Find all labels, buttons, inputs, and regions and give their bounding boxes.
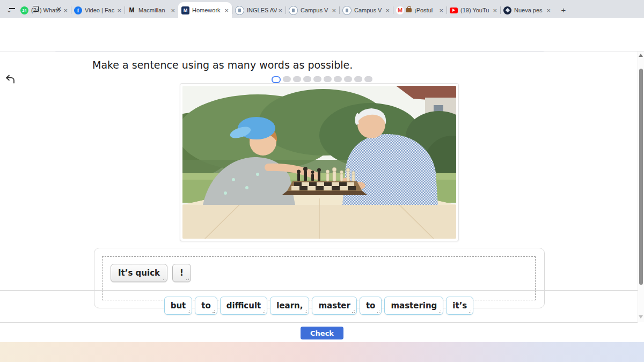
campus-crest-icon	[289, 6, 298, 15]
check-button[interactable]: Check	[301, 327, 343, 339]
exercise-top-bar	[0, 35, 644, 51]
tab-close-icon[interactable]: ×	[385, 6, 390, 14]
tab-title: Nueva pes	[514, 7, 545, 13]
tab-homework-active[interactable]: M Homework ×	[178, 2, 232, 18]
new-tab-button[interactable]: +	[558, 4, 569, 15]
tab-title: Campus V	[354, 7, 384, 13]
drag-grip-icon	[304, 310, 307, 313]
tile-label: learn,	[276, 301, 303, 311]
tab-nueva[interactable]: Nueva pes ×	[500, 2, 554, 18]
word-tile[interactable]: to	[360, 297, 382, 315]
word-tile[interactable]: difficult	[220, 297, 268, 315]
chip-label: It’s quick	[118, 268, 160, 278]
drag-grip-icon	[438, 310, 441, 313]
shield-icon	[503, 6, 511, 14]
drag-grip-icon	[186, 277, 189, 280]
progress-pill[interactable]	[324, 76, 332, 82]
tab-close-icon[interactable]: ×	[278, 6, 282, 14]
tab-ingles[interactable]: INGLES AV ×	[232, 2, 286, 18]
tab-macmillan[interactable]: M Macmillan ×	[125, 2, 178, 18]
tile-label: to	[201, 301, 210, 311]
tab-close-icon[interactable]: ×	[439, 6, 443, 14]
placed-word-chip[interactable]: It’s quick	[111, 264, 167, 282]
tab-campus-1[interactable]: Campus V ×	[286, 2, 339, 18]
word-tile[interactable]: it’s	[446, 297, 473, 315]
chip-label: !	[180, 268, 184, 278]
word-tile-tray: but to difficult learn, master to master…	[0, 297, 638, 315]
tile-label: master	[318, 301, 350, 311]
progress-pill[interactable]	[364, 76, 372, 82]
scrollbar-up-icon[interactable]	[639, 54, 643, 57]
tab-close-icon[interactable]: ×	[171, 6, 175, 14]
chess-photo	[182, 86, 456, 239]
word-tile[interactable]: master	[312, 297, 356, 315]
tile-label: mastering	[391, 301, 437, 311]
drag-grip-icon	[469, 310, 471, 313]
tab-title: Campus V	[301, 7, 331, 13]
progress-pill[interactable]	[303, 76, 311, 82]
tab-youtube[interactable]: (19) YouTu ×	[447, 2, 500, 18]
tab-title: Macmillan	[138, 7, 170, 13]
progress-pill[interactable]	[313, 76, 321, 82]
tab-close-icon[interactable]: ×	[493, 6, 497, 14]
tab-title: (19) YouTu	[460, 7, 492, 13]
tab-whatsapp[interactable]: 24 (24) Whats ×	[17, 2, 71, 18]
tab-title: INGLES AV	[247, 7, 277, 13]
tab-close-icon[interactable]: ×	[546, 6, 551, 14]
tab-close-icon[interactable]: ×	[117, 6, 121, 14]
briefcase-icon	[406, 8, 412, 12]
tile-label: it’s	[452, 301, 467, 311]
footer-divider	[0, 322, 638, 323]
progress-pill[interactable]	[283, 76, 291, 82]
gmail-icon: M	[396, 6, 404, 14]
progress-pill[interactable]	[293, 76, 301, 82]
drag-grip-icon	[187, 310, 190, 313]
campus-crest-icon	[235, 6, 244, 15]
scrollbar-thumb[interactable]	[639, 69, 643, 285]
tab-campus-2[interactable]: Campus V ×	[339, 2, 393, 18]
tab-list: 24 (24) Whats × f Video | Fac × M Macmil…	[17, 0, 554, 18]
drag-grip-icon	[163, 277, 165, 280]
progress-pill[interactable]	[334, 76, 342, 82]
tab-title: Video | Fac	[85, 7, 116, 13]
scrollbar-down-icon[interactable]	[639, 315, 643, 319]
placed-word-chip[interactable]: !	[172, 264, 191, 282]
exercise-instruction: Make a sentence using as many words as p…	[92, 59, 353, 71]
word-tile[interactable]: learn,	[270, 297, 309, 315]
exit-exercise-icon[interactable]	[4, 73, 16, 85]
tab-title: Homework	[192, 7, 223, 13]
browser-tab-strip: ⌄ 24 (24) Whats × f Video | Fac × M Macm…	[0, 0, 644, 18]
tab-gmail[interactable]: M ¡Postul ×	[393, 2, 447, 18]
tab-close-icon[interactable]: ×	[63, 6, 68, 14]
macmillan-icon: M	[128, 6, 136, 14]
tab-title: (24) Whats	[31, 7, 62, 13]
facebook-icon: f	[74, 6, 82, 14]
browser-toolbar: ← → ⟳ mee.macmillaneducation.com/homewor…	[0, 18, 644, 35]
whatsapp-icon: 24	[20, 6, 28, 14]
youtube-icon	[450, 8, 458, 13]
word-tile[interactable]: mastering	[384, 297, 443, 315]
progress-pill[interactable]	[354, 76, 362, 82]
drag-grip-icon	[352, 310, 355, 313]
drag-grip-icon	[262, 310, 265, 313]
tab-close-icon[interactable]: ×	[224, 6, 229, 14]
exercise-photo-frame	[180, 83, 459, 241]
tab-facebook[interactable]: f Video | Fac ×	[71, 2, 125, 18]
word-tile[interactable]: but	[164, 297, 193, 315]
tab-title: ¡Postul	[414, 7, 438, 13]
tile-label: but	[171, 301, 186, 311]
windows-taskbar: Búsqueda /A j ESPES	[0, 342, 644, 362]
tab-close-icon[interactable]: ×	[332, 6, 336, 14]
progress-pill[interactable]	[344, 76, 352, 82]
tile-label: to	[366, 301, 375, 311]
campus-crest-icon	[342, 6, 352, 15]
tile-label: difficult	[226, 301, 261, 311]
tab-search-icon[interactable]: ⌄	[3, 4, 15, 16]
progress-indicator	[272, 76, 372, 83]
word-tray-divider	[0, 290, 638, 291]
drag-grip-icon	[213, 310, 215, 313]
sentence-drop-zone[interactable]: It’s quick !	[102, 256, 536, 300]
progress-pill-active[interactable]	[272, 76, 281, 83]
homework-icon: M	[181, 6, 189, 14]
word-tile[interactable]: to	[195, 297, 217, 315]
